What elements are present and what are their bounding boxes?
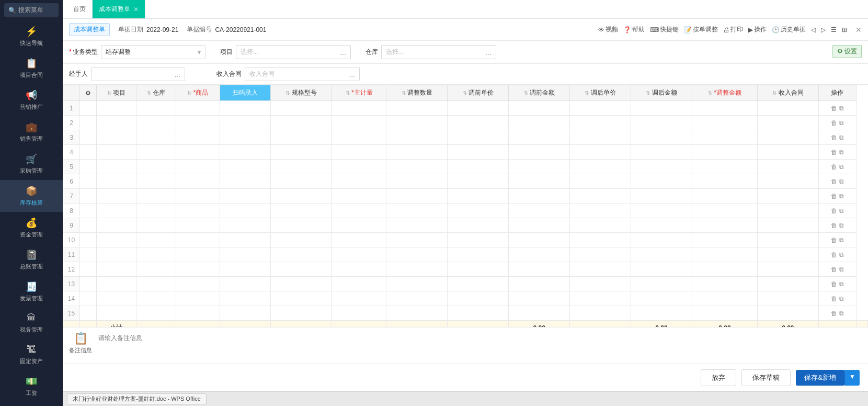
data-cell[interactable] — [448, 218, 509, 233]
data-cell[interactable] — [386, 306, 448, 321]
data-cell[interactable] — [136, 291, 176, 306]
data-cell[interactable] — [570, 101, 631, 116]
copy-row-icon[interactable]: ⧉ — [839, 266, 844, 273]
data-cell[interactable] — [386, 101, 448, 116]
data-cell[interactable] — [80, 130, 97, 145]
data-cell[interactable] — [757, 160, 818, 174]
data-cell[interactable] — [332, 306, 386, 321]
data-cell[interactable] — [386, 204, 448, 218]
save-draft-button[interactable]: 保存草稿 — [741, 369, 791, 386]
data-cell[interactable] — [509, 306, 570, 321]
data-cell[interactable] — [136, 160, 176, 174]
doc-adjust-button[interactable]: 📝 按单调整 — [684, 25, 718, 34]
data-cell[interactable] — [631, 130, 692, 145]
data-cell[interactable] — [80, 277, 97, 291]
data-cell[interactable] — [220, 145, 271, 160]
data-cell[interactable] — [386, 189, 448, 204]
data-cell[interactable] — [448, 174, 509, 189]
data-cell[interactable] — [448, 262, 509, 277]
tab-close-icon[interactable]: ✕ — [133, 6, 139, 13]
data-cell[interactable] — [631, 291, 692, 306]
data-cell[interactable] — [176, 174, 220, 189]
data-cell[interactable] — [220, 306, 271, 321]
data-cell[interactable] — [692, 116, 757, 130]
data-cell[interactable] — [332, 101, 386, 116]
data-cell[interactable] — [332, 189, 386, 204]
data-cell[interactable] — [757, 174, 818, 189]
data-cell[interactable] — [176, 101, 220, 116]
data-cell[interactable] — [271, 306, 332, 321]
data-cell[interactable] — [136, 145, 176, 160]
data-cell[interactable] — [631, 233, 692, 247]
data-cell[interactable] — [757, 277, 818, 291]
data-cell[interactable] — [570, 306, 631, 321]
search-menu-button[interactable]: 🔍 搜索菜单 — [4, 3, 59, 17]
data-cell[interactable] — [448, 189, 509, 204]
data-cell[interactable] — [176, 306, 220, 321]
data-cell[interactable] — [176, 130, 220, 145]
sidebar-item-ledger-mgmt[interactable]: 📓 总账管理 — [0, 244, 63, 276]
data-cell[interactable] — [220, 174, 271, 189]
data-cell[interactable] — [386, 116, 448, 130]
copy-row-icon[interactable]: ⧉ — [839, 119, 844, 127]
data-cell[interactable] — [176, 145, 220, 160]
data-cell[interactable] — [220, 291, 271, 306]
data-cell[interactable] — [332, 247, 386, 262]
delete-row-icon[interactable]: 🗑 — [831, 193, 837, 200]
data-cell[interactable] — [631, 160, 692, 174]
tab-cost-adjust[interactable]: 成本调整单 ✕ — [93, 0, 145, 18]
data-cell[interactable] — [631, 116, 692, 130]
data-cell[interactable] — [570, 160, 631, 174]
data-cell[interactable] — [570, 145, 631, 160]
data-cell[interactable] — [448, 233, 509, 247]
grid-view-button[interactable]: ⊞ — [842, 26, 847, 33]
data-cell[interactable] — [97, 262, 136, 277]
data-cell[interactable] — [509, 145, 570, 160]
history-button[interactable]: 🕒 历史单据 — [772, 25, 806, 34]
data-cell[interactable] — [386, 247, 448, 262]
data-cell[interactable] — [570, 189, 631, 204]
data-cell[interactable] — [97, 306, 136, 321]
data-cell[interactable] — [448, 247, 509, 262]
taskbar-item[interactable]: 木门行业好业财处理方案-墨红红.doc - WPS Office — [67, 393, 207, 404]
data-cell[interactable] — [220, 277, 271, 291]
data-cell[interactable] — [136, 247, 176, 262]
data-cell[interactable] — [176, 189, 220, 204]
data-cell[interactable] — [570, 130, 631, 145]
copy-row-icon[interactable]: ⧉ — [839, 310, 844, 317]
data-cell[interactable] — [80, 160, 97, 174]
data-cell[interactable] — [97, 101, 136, 116]
data-cell[interactable] — [692, 247, 757, 262]
data-cell[interactable] — [386, 174, 448, 189]
sidebar-item-project-contract[interactable]: 📋 项目合同 — [0, 52, 63, 84]
data-cell[interactable] — [509, 160, 570, 174]
data-cell[interactable] — [80, 218, 97, 233]
sidebar-item-inventory-calc[interactable]: 📦 库存核算 — [0, 180, 63, 212]
data-cell[interactable] — [80, 291, 97, 306]
copy-row-icon[interactable]: ⧉ — [839, 149, 844, 156]
data-cell[interactable] — [176, 218, 220, 233]
data-cell[interactable] — [509, 130, 570, 145]
data-cell[interactable] — [386, 291, 448, 306]
delete-row-icon[interactable]: 🗑 — [831, 236, 837, 244]
data-cell[interactable] — [332, 291, 386, 306]
data-cell[interactable] — [631, 277, 692, 291]
delete-row-icon[interactable]: 🗑 — [831, 280, 837, 288]
data-cell[interactable] — [80, 233, 97, 247]
tab-home[interactable]: 首页 — [67, 0, 93, 18]
data-cell[interactable] — [271, 174, 332, 189]
data-cell[interactable] — [271, 189, 332, 204]
data-cell[interactable] — [570, 233, 631, 247]
sidebar-item-ops-mgmt[interactable]: 📊 经营管理 — [0, 402, 63, 406]
agent-select[interactable]: ... — [91, 67, 185, 81]
data-cell[interactable] — [509, 204, 570, 218]
notes-icon-button[interactable]: 📋 备注信息 — [69, 332, 92, 354]
data-cell[interactable] — [97, 174, 136, 189]
data-cell[interactable] — [631, 247, 692, 262]
data-cell[interactable] — [176, 291, 220, 306]
delete-row-icon[interactable]: 🗑 — [831, 163, 837, 171]
data-cell[interactable] — [509, 247, 570, 262]
data-cell[interactable] — [176, 247, 220, 262]
data-cell[interactable] — [136, 204, 176, 218]
data-cell[interactable] — [220, 130, 271, 145]
